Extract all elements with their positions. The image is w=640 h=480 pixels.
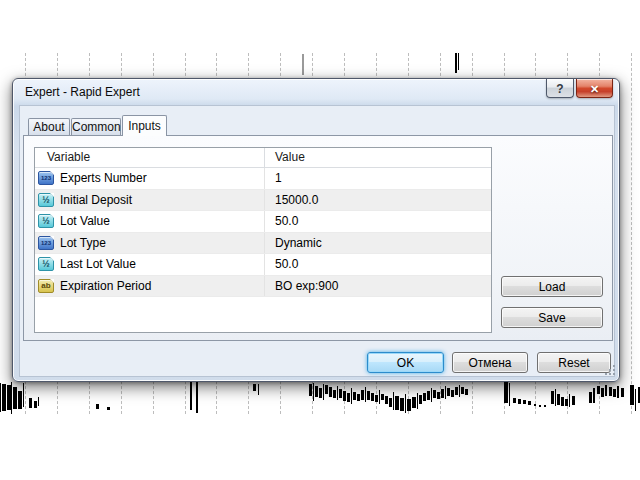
candlestick bbox=[621, 388, 624, 397]
int-type-icon: 123 bbox=[38, 236, 54, 250]
table-row[interactable]: ½Initial Deposit15000.0 bbox=[35, 190, 491, 212]
table-header: Variable Value bbox=[35, 148, 491, 168]
candlestick bbox=[445, 386, 446, 399]
candlestick bbox=[433, 390, 436, 398]
column-header-variable: Variable bbox=[35, 148, 264, 167]
ok-button[interactable]: OK bbox=[367, 352, 444, 373]
candlestick bbox=[405, 394, 406, 413]
value-cell[interactable]: 50.0 bbox=[264, 254, 491, 275]
candlestick bbox=[395, 396, 399, 410]
candlestick bbox=[458, 53, 459, 70]
variable-name: Experts Number bbox=[60, 171, 147, 185]
candlestick bbox=[589, 392, 592, 403]
value-cell[interactable]: BO exp:900 bbox=[264, 276, 491, 297]
candlestick bbox=[605, 385, 607, 396]
value-cell[interactable]: 50.0 bbox=[264, 211, 491, 232]
save-button[interactable]: Save bbox=[501, 307, 603, 328]
candlestick bbox=[455, 53, 457, 73]
candlestick bbox=[544, 405, 546, 407]
candlestick bbox=[23, 383, 24, 407]
help-button[interactable]: ? bbox=[546, 79, 574, 98]
candlestick bbox=[528, 401, 531, 405]
candlestick bbox=[617, 386, 619, 398]
tab-inputs[interactable]: Inputs bbox=[122, 115, 167, 136]
candlestick bbox=[351, 388, 352, 404]
variable-name: Lot Type bbox=[60, 236, 106, 250]
variable-cell: ½Lot Value bbox=[35, 211, 264, 232]
tab-common[interactable]: Common bbox=[71, 118, 121, 135]
candlestick bbox=[427, 391, 430, 400]
close-icon: ✕ bbox=[590, 83, 599, 95]
candlestick bbox=[417, 393, 418, 409]
candlestick bbox=[347, 393, 350, 402]
candlestick bbox=[423, 393, 426, 401]
variable-name: Initial Deposit bbox=[60, 193, 132, 207]
candlestick bbox=[455, 387, 458, 395]
candlestick bbox=[613, 389, 616, 397]
candlestick bbox=[539, 405, 541, 407]
candlestick bbox=[302, 54, 304, 75]
candlestick bbox=[551, 391, 554, 404]
resize-grip[interactable] bbox=[603, 365, 615, 377]
table-row[interactable]: ½Lot Value50.0 bbox=[35, 211, 491, 233]
candlestick bbox=[509, 383, 510, 406]
dialog-title: Expert - Rapid Expert bbox=[25, 79, 140, 106]
candlestick bbox=[309, 384, 312, 396]
variable-cell: ½Initial Deposit bbox=[35, 190, 264, 211]
candlestick bbox=[518, 399, 521, 404]
candlestick bbox=[441, 389, 444, 398]
chart-gridline bbox=[631, 53, 632, 414]
candlestick bbox=[630, 385, 634, 405]
variable-name: Lot Value bbox=[60, 214, 110, 228]
candlestick bbox=[323, 384, 324, 400]
value-cell[interactable]: Dynamic bbox=[264, 233, 491, 254]
candlestick bbox=[353, 392, 356, 400]
expert-properties-dialog: Expert - Rapid Expert ? ✕ About Common I… bbox=[12, 78, 620, 382]
candlestick bbox=[447, 388, 450, 396]
table-row[interactable]: ½Last Lot Value50.0 bbox=[35, 254, 491, 276]
value-cell[interactable]: 15000.0 bbox=[264, 190, 491, 211]
candlestick bbox=[593, 388, 595, 403]
candlestick bbox=[557, 394, 560, 405]
candlestick bbox=[451, 390, 454, 397]
metatrader-chart-background: Expert - Rapid Expert ? ✕ About Common I… bbox=[0, 0, 640, 480]
candlestick bbox=[190, 382, 192, 410]
candlestick bbox=[0, 383, 1, 412]
candlestick bbox=[555, 389, 556, 406]
candlestick bbox=[385, 396, 388, 404]
candlestick bbox=[361, 390, 364, 400]
candlestick bbox=[315, 386, 318, 397]
table-row[interactable]: 123Experts Number1 bbox=[35, 168, 491, 190]
cancel-button[interactable]: Отмена bbox=[452, 352, 528, 373]
variable-cell: 123Lot Type bbox=[35, 233, 264, 254]
candlestick bbox=[569, 394, 570, 407]
table-row[interactable]: 123Lot TypeDynamic bbox=[35, 233, 491, 255]
candlestick bbox=[381, 394, 384, 400]
candlestick bbox=[337, 386, 338, 400]
candlestick bbox=[561, 397, 564, 406]
tab-about[interactable]: About bbox=[28, 118, 70, 135]
candlestick bbox=[504, 382, 508, 403]
candlestick bbox=[96, 404, 99, 409]
double-type-icon: ½ bbox=[38, 193, 54, 207]
load-button[interactable]: Load bbox=[501, 276, 603, 297]
variable-name: Last Lot Value bbox=[60, 257, 136, 271]
close-button[interactable]: ✕ bbox=[576, 79, 613, 98]
double-type-icon: ½ bbox=[38, 257, 54, 271]
candlestick bbox=[459, 385, 460, 397]
candlestick bbox=[319, 388, 322, 398]
candlestick bbox=[13, 387, 17, 409]
candlestick bbox=[412, 397, 416, 408]
table-row[interactable]: abExpiration PeriodBO exp:900 bbox=[35, 276, 491, 298]
candlestick bbox=[393, 392, 394, 410]
candlestick bbox=[461, 387, 464, 394]
candlestick bbox=[107, 407, 110, 410]
variable-cell: abExpiration Period bbox=[35, 276, 264, 297]
dialog-titlebar[interactable]: Expert - Rapid Expert bbox=[13, 79, 619, 105]
candlestick bbox=[367, 391, 370, 400]
reset-button[interactable]: Reset bbox=[537, 352, 611, 373]
candlestick bbox=[431, 388, 432, 402]
candlestick bbox=[34, 401, 37, 408]
candlestick bbox=[357, 394, 360, 401]
value-cell[interactable]: 1 bbox=[264, 168, 491, 189]
